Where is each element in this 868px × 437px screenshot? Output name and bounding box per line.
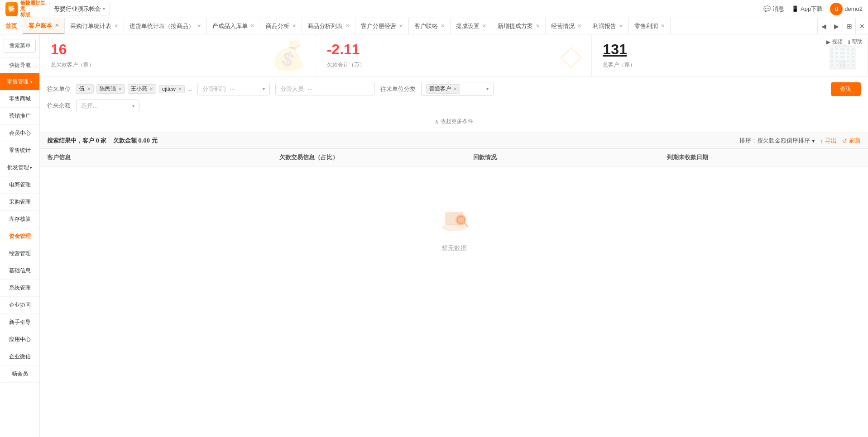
sidebar-item-marketing[interactable]: 营销推广 bbox=[0, 108, 39, 125]
empty-icon bbox=[436, 203, 472, 239]
tab-retail-profit[interactable]: 零售利润 ✕ bbox=[629, 18, 671, 34]
sidebar-item-newbie-guide[interactable]: 新手引导 bbox=[0, 314, 39, 331]
sidebar-item-inventory-check[interactable]: 库存核算 bbox=[0, 211, 39, 228]
sidebar-item-chang-member[interactable]: 畅会员 bbox=[0, 366, 39, 383]
remove-tag-cjttcw[interactable]: ✕ bbox=[178, 86, 182, 91]
app-download-button[interactable]: 📱 App下载 bbox=[791, 5, 823, 13]
collapse-button[interactable]: ∧ 收起更多条件 bbox=[435, 118, 473, 125]
filter-area: 往来单位 伍 ✕ 陈民强 ✕ 王小亮 ✕ cjttcw ✕ ... bbox=[40, 76, 868, 133]
close-icon[interactable]: ✕ bbox=[292, 23, 296, 29]
close-icon[interactable]: ✕ bbox=[619, 23, 623, 29]
col-customer-info: 客户信息 bbox=[47, 153, 279, 162]
close-icon[interactable]: ✕ bbox=[399, 23, 403, 29]
sidebar-item-system-mgmt[interactable]: 系统管理 bbox=[0, 280, 39, 297]
filter-balance-select[interactable]: 选择... ▾ bbox=[76, 100, 139, 112]
close-icon[interactable]: ✕ bbox=[345, 23, 350, 29]
nav-next-button[interactable]: ▶ bbox=[830, 18, 843, 34]
filter-tag-wang: 王小亮 ✕ bbox=[128, 84, 156, 94]
user-menu[interactable]: d demo2 bbox=[830, 3, 863, 15]
stat-bg-icon-money: 💰 bbox=[270, 38, 307, 72]
close-icon[interactable]: ✕ bbox=[441, 23, 445, 29]
remove-tag-wu[interactable]: ✕ bbox=[87, 86, 91, 91]
sidebar-item-retail-mall[interactable]: 零售商城 bbox=[0, 90, 39, 108]
close-icon[interactable]: ✕ bbox=[55, 23, 59, 28]
filter-category-select[interactable]: 普通客户 ✕ ▾ bbox=[421, 82, 494, 96]
close-icon[interactable]: ✕ bbox=[114, 23, 118, 29]
search-menu-button[interactable]: 搜索菜单 bbox=[4, 39, 36, 53]
tab-commission-settings[interactable]: 提成设置 ✕ bbox=[451, 18, 492, 34]
tab-customer-contact[interactable]: 客户联络 ✕ bbox=[409, 18, 451, 34]
remove-tag-normal[interactable]: ✕ bbox=[453, 86, 457, 91]
chevron-up-icon: ∧ bbox=[435, 119, 439, 125]
sidebar-item-retail-stats[interactable]: 零售统计 bbox=[0, 142, 39, 159]
tab-product-inbound[interactable]: 产成品入库单 ✕ bbox=[207, 18, 260, 34]
tab-product-analysis[interactable]: 商品分析 ✕ bbox=[260, 18, 302, 34]
sidebar-item-operations-mgmt[interactable]: 经营管理 bbox=[0, 245, 39, 262]
download-icon: 📱 bbox=[791, 5, 799, 12]
remove-tag-wang[interactable]: ✕ bbox=[149, 86, 153, 91]
stat-value-total: 131 bbox=[603, 42, 857, 57]
filter-tag-normal-customer: 普通客户 ✕ bbox=[426, 84, 460, 94]
empty-text: 暂无数据 bbox=[441, 244, 467, 252]
chevron-down-icon: ▾ bbox=[132, 104, 134, 109]
tab-product-analysis-list[interactable]: 商品分析列表 ✕ bbox=[302, 18, 355, 34]
remove-tag-chen[interactable]: ✕ bbox=[118, 86, 122, 91]
stat-value-debt: -2.11 bbox=[327, 42, 581, 57]
refresh-button[interactable]: ↺ 刷新 bbox=[842, 137, 861, 145]
sidebar-item-retail-mgmt[interactable]: 零售管理 ▾ bbox=[0, 73, 39, 90]
col-payment-status: 回款情况 bbox=[473, 153, 667, 162]
messages-button[interactable]: 💬 消息 bbox=[763, 5, 784, 13]
sidebar-item-app-center[interactable]: 应用中心 bbox=[0, 331, 39, 348]
logo-text: 畅捷通好生意 标版 bbox=[20, 0, 45, 18]
stat-label-total: 总客户（家） bbox=[603, 61, 857, 69]
help-video-button[interactable]: ▶ 视频 bbox=[826, 38, 843, 46]
nav-prev-button[interactable]: ◀ bbox=[817, 18, 830, 34]
close-icon[interactable]: ✕ bbox=[577, 23, 581, 29]
collapse-row: ∧ 收起更多条件 bbox=[47, 116, 861, 127]
sidebar-item-member-center[interactable]: 会员中心 bbox=[0, 125, 39, 142]
close-icon[interactable]: ✕ bbox=[250, 23, 254, 29]
stat-label-debt: 欠款合计（万） bbox=[327, 61, 581, 69]
help-doc-button[interactable]: ℹ 帮助 bbox=[848, 38, 863, 46]
close-icon[interactable]: ✕ bbox=[482, 23, 486, 29]
nav-expand-button[interactable]: ⊞ bbox=[843, 18, 855, 34]
stat-value-customers: 16 bbox=[51, 42, 305, 57]
query-button[interactable]: 查询 bbox=[831, 82, 861, 96]
filter-dept-select[interactable]: 分管部门 ··· ▾ bbox=[197, 83, 270, 95]
dept-more-icon: ··· bbox=[230, 86, 235, 93]
close-icon[interactable]: ✕ bbox=[536, 23, 540, 29]
tab-add-commission[interactable]: 新增提成方案 ✕ bbox=[492, 18, 546, 34]
company-selector[interactable]: 母婴行业演示帐套 ▾ bbox=[49, 3, 110, 15]
close-icon[interactable]: ✕ bbox=[197, 23, 201, 29]
tab-customer-tier[interactable]: 客户分层经营 ✕ bbox=[355, 18, 409, 34]
sidebar-item-wholesale-mgmt[interactable]: 批发管理 ▾ bbox=[0, 159, 39, 176]
sidebar-item-ecommerce-mgmt[interactable]: 电商管理 bbox=[0, 176, 39, 194]
filter-more-tags[interactable]: ... bbox=[187, 86, 192, 92]
sidebar-item-capital-mgmt[interactable]: 资金管理 bbox=[0, 228, 39, 245]
tab-home[interactable]: 首页 bbox=[0, 18, 23, 34]
tab-purchase-stats-by-product[interactable]: 进货单统计表（按商品） ✕ bbox=[124, 18, 207, 34]
filter-tag-wu: 伍 ✕ bbox=[76, 84, 94, 94]
filter-row-1: 往来单位 伍 ✕ 陈民强 ✕ 王小亮 ✕ cjttcw ✕ ... bbox=[47, 82, 861, 96]
sidebar-item-basic-info[interactable]: 基础信息 bbox=[0, 262, 39, 280]
filter-person-select[interactable]: 分管人员 ··· bbox=[275, 83, 375, 95]
person-more-icon: ··· bbox=[307, 86, 313, 93]
tab-profit-report[interactable]: 利润报告 ✕ bbox=[587, 18, 629, 34]
tab-operations[interactable]: 经营情况 ✕ bbox=[546, 18, 587, 34]
sidebar-search-area: 搜索菜单 bbox=[0, 34, 39, 58]
sidebar-item-purchase-mgmt[interactable]: 采购管理 bbox=[0, 194, 39, 211]
nav-arrows: ◀ ▶ ⊞ ✕ bbox=[817, 18, 868, 34]
export-button[interactable]: ↑ 导出 bbox=[820, 137, 837, 145]
sidebar-item-enterprise-collab[interactable]: 企业协同 bbox=[0, 297, 39, 314]
sidebar-item-enterprise-wechat[interactable]: 企业微信 bbox=[0, 348, 39, 366]
nav-close-all-button[interactable]: ✕ bbox=[855, 18, 868, 34]
col-debt-info: 欠款交易信息（占比） bbox=[279, 153, 473, 162]
filter-tag-cjttcw: cjttcw ✕ bbox=[159, 85, 185, 93]
sort-selector[interactable]: 排序：按欠款金额倒序排序 ▾ bbox=[739, 137, 815, 145]
tab-purchase-order-stats[interactable]: 采购订单统计表 ✕ bbox=[65, 18, 124, 34]
close-icon[interactable]: ✕ bbox=[661, 23, 665, 29]
stat-bg-icon-debt: ◇ bbox=[560, 38, 582, 72]
tab-customer-ledger[interactable]: 客户账本 ✕ bbox=[23, 18, 65, 34]
result-info: 搜索结果中，客户 0 家 欠款金额 0.00 元 bbox=[47, 137, 158, 145]
sidebar-item-quick-nav[interactable]: 快捷导航 bbox=[0, 58, 39, 73]
